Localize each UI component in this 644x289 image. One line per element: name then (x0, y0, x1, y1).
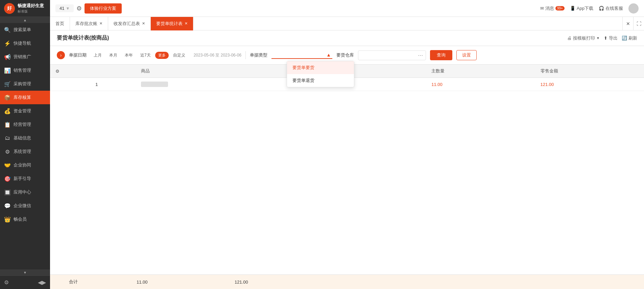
window-close-btn[interactable]: ✕ (622, 17, 633, 30)
app-subtitle: 标准版 (18, 9, 44, 14)
collapse-icon[interactable]: ◀▶ (38, 279, 46, 286)
sidebar-item-base-info[interactable]: 🗂 基础信息 (0, 131, 50, 145)
messages-badge: 99+ (555, 6, 565, 10)
type-input[interactable] (273, 52, 326, 58)
messages-label: 消息 (545, 5, 554, 12)
dropdown-item-order-return[interactable]: 要货单退货 (287, 74, 354, 87)
sidebar-item-operation[interactable]: 📋 经营管理 (0, 118, 50, 131)
col-amount-label: 零售金额 (541, 68, 558, 73)
filter-type-select[interactable]: ▲ (271, 51, 332, 59)
tab-home[interactable]: 首页 (50, 17, 70, 30)
settings-bottom-icon[interactable]: ⚙ (4, 279, 9, 286)
sidebar-bottom: ⚙ ◀▶ (0, 275, 50, 289)
warehouse-input[interactable] (361, 53, 418, 58)
sidebar-item-purchase[interactable]: 🛒 采购管理 (0, 77, 50, 91)
sidebar-item-label: 畅会员 (14, 216, 27, 222)
query-btn[interactable]: 查询 (430, 50, 452, 60)
tab-close-order-stats[interactable]: ✕ (185, 21, 188, 26)
sidebar-item-wechat[interactable]: 💬 企业微信 (0, 199, 50, 213)
topbar-gear-icon[interactable]: ⚙ (76, 5, 82, 12)
enterprise-icon: 🤝 (4, 162, 11, 169)
tab-inventory-batch[interactable]: 库存批次账 ✕ (70, 17, 108, 30)
sidebar-logo: 好 畅捷通好生意 标准版 (0, 0, 50, 17)
messages-item[interactable]: ✉ 消息 99+ (540, 5, 565, 12)
tab-home-label: 首页 (55, 21, 64, 27)
sidebar-item-label: 应用中心 (14, 189, 31, 195)
tabs-bar: 首页 库存批次账 ✕ 收发存汇总表 ✕ 要货单统计表 ✕ ✕ ⛶ (50, 17, 644, 30)
app-name: 畅捷通好生意 (18, 3, 44, 9)
industry-btn[interactable]: 体验行业方案 (85, 3, 122, 14)
message-icon: ✉ (540, 6, 544, 11)
sidebar-item-enterprise[interactable]: 🤝 企业协同 (0, 158, 50, 172)
tab-order-stats-label: 要货单统计表 (156, 21, 183, 27)
sidebar-scroll-down[interactable]: ▼ (0, 269, 50, 275)
filter-divider (245, 51, 246, 59)
more-dots-icon[interactable]: ··· (418, 52, 423, 59)
page-area: 要货单统计表(按商品) 🖨 按模板打印 ▼ ⬆ 导出 🔄 刷新 › (50, 30, 644, 289)
col-settings: ⚙ (50, 65, 90, 78)
tab-order-stats[interactable]: 要货单统计表 ✕ (151, 17, 193, 30)
sidebar-item-sales[interactable]: 📊 销售管理 (0, 64, 50, 77)
sidebar-item-label: 营销推广 (14, 54, 31, 60)
refresh-icon: 🔄 (622, 36, 627, 41)
sidebar-item-app-center[interactable]: 🔲 应用中心 (0, 185, 50, 199)
window-maximize-btn[interactable]: ⛶ (633, 17, 644, 30)
user-avatar[interactable] (628, 3, 639, 14)
sidebar: 好 畅捷通好生意 标准版 ▲ 🔍 搜索菜单 ⚡ 快捷导航 📢 营销推广 📊 销售… (0, 0, 50, 289)
col-index (90, 65, 135, 78)
date-btn-this-year[interactable]: 本年 (122, 51, 136, 60)
warehouse-label: 要货仓库 (336, 52, 354, 58)
date-btn-custom[interactable]: 自定义 (170, 51, 188, 60)
chevron-down-icon[interactable]: ▼ (66, 6, 70, 11)
quick-nav-icon: ⚡ (4, 40, 11, 47)
dropdown-item-order-goods[interactable]: 要货单要货 (287, 61, 354, 74)
col-quantity-label: 主数量 (431, 68, 445, 73)
online-service-item[interactable]: 🎧 在线客服 (599, 5, 623, 12)
topbar-right: ✉ 消息 99+ 📱 App下载 🎧 在线客服 (540, 3, 639, 14)
date-btn-more[interactable]: 更多 (155, 52, 169, 59)
row-quantity-cell: 11.00 (426, 78, 535, 91)
filter-expand-btn[interactable]: › (57, 51, 65, 59)
logo-text: 畅捷通好生意 标准版 (18, 3, 44, 14)
search-icon: 🔍 (4, 26, 11, 33)
sidebar-item-label: 快捷导航 (14, 40, 31, 46)
date-btn-last-7days[interactable]: 近7天 (137, 51, 154, 60)
online-service-label: 在线客服 (605, 5, 623, 12)
app-center-icon: 🔲 (4, 189, 11, 196)
sidebar-item-search[interactable]: 🔍 搜索菜单 (0, 23, 50, 37)
tab-close-inventory-batch[interactable]: ✕ (99, 21, 102, 26)
sidebar-item-system[interactable]: ⚙ 系统管理 (0, 145, 50, 158)
phone-icon: 📱 (570, 6, 575, 11)
app-download-item[interactable]: 📱 App下载 (570, 5, 593, 12)
refresh-btn[interactable]: 🔄 刷新 (622, 35, 637, 41)
sidebar-item-finance[interactable]: 💰 资金管理 (0, 104, 50, 118)
number-value: 41 (59, 6, 64, 11)
total-label: 合计 (55, 279, 123, 285)
date-btn-last-month[interactable]: 上月 (91, 51, 105, 60)
export-icon: ⬆ (604, 36, 607, 41)
sidebar-item-guide[interactable]: 🎯 新手引导 (0, 172, 50, 185)
sidebar-item-label: 系统管理 (14, 149, 31, 155)
sidebar-item-inventory[interactable]: 📦 库存核算 (0, 91, 50, 104)
tab-close-receive-summary[interactable]: ✕ (142, 21, 145, 26)
export-btn[interactable]: ⬆ 导出 (604, 35, 618, 41)
sidebar-scroll-up[interactable]: ▲ (0, 17, 50, 23)
sidebar-item-label: 销售管理 (14, 67, 31, 73)
sidebar-item-quick-nav[interactable]: ⚡ 快捷导航 (0, 37, 50, 50)
sidebar-item-marketing[interactable]: 📢 营销推广 (0, 50, 50, 64)
sidebar-item-member[interactable]: 👑 畅会员 (0, 213, 50, 226)
column-settings-icon[interactable]: ⚙ (55, 69, 59, 74)
type-select-chevron-icon[interactable]: ▲ (326, 52, 331, 58)
date-btn-this-month[interactable]: 本月 (106, 51, 120, 60)
tab-receive-summary[interactable]: 收发存汇总表 ✕ (108, 17, 151, 30)
system-icon: ⚙ (4, 148, 11, 155)
col-quantity: 主数量 (426, 65, 535, 78)
sidebar-item-label: 搜索菜单 (14, 27, 31, 33)
settings-btn[interactable]: 设置 (456, 50, 477, 60)
sidebar-item-label: 资金管理 (14, 108, 31, 114)
filter-warehouse-select[interactable]: ··· (358, 50, 426, 60)
inventory-icon: 📦 (4, 94, 11, 101)
print-btn[interactable]: 🖨 按模板打印 ▼ (567, 35, 600, 41)
date-label: 单据日期 (69, 52, 87, 58)
sidebar-item-label: 新手引导 (14, 176, 31, 182)
